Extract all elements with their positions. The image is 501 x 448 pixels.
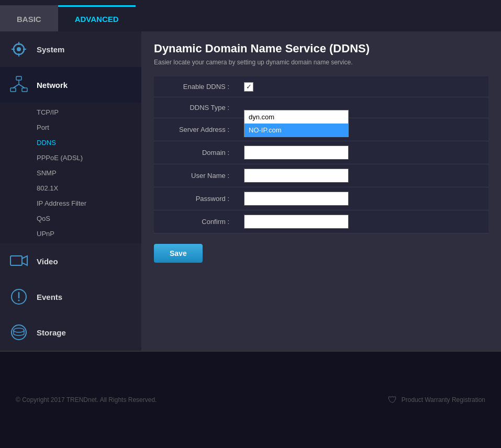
submenu-qos[interactable]: QoS	[31, 211, 141, 226]
username-label: User Name :	[154, 164, 238, 187]
domain-label: Domain :	[154, 141, 238, 164]
sidebar-video-label: Video	[37, 257, 58, 266]
domain-row: Domain :	[154, 141, 488, 164]
sidebar-network-label: Network	[37, 81, 68, 89]
svg-line-10	[13, 84, 19, 88]
sidebar-events-label: Events	[37, 293, 62, 301]
events-icon	[8, 286, 29, 307]
ddns-option-dyn[interactable]: dyn.com	[244, 110, 348, 124]
password-row: Password :	[154, 187, 488, 210]
enable-ddns-field	[238, 76, 488, 97]
ddns-option-noip[interactable]: NO-IP.com	[244, 124, 348, 137]
svg-rect-12	[10, 256, 22, 265]
ddns-type-dropdown-list: dyn.com NO-IP.com	[244, 110, 349, 137]
warranty-label: Product Warranty Registration	[402, 396, 485, 404]
page-title: Dynamic Domain Name Service (DDNS)	[154, 42, 488, 55]
password-field	[238, 187, 488, 210]
shield-icon: 🛡	[388, 395, 397, 406]
footer: © Copyright 2017 TRENDnet. All Rights Re…	[0, 351, 501, 448]
server-address-label: Server Address :	[154, 118, 238, 141]
sidebar-item-events[interactable]: Events	[0, 279, 141, 315]
submenu-tcpip[interactable]: TCP/IP	[31, 105, 141, 120]
submenu-pppoe[interactable]: PPPoE (ADSL)	[31, 150, 141, 165]
password-input[interactable]	[244, 192, 349, 206]
ddns-form: Enable DDNS : DDNS Type : dyn.com NO-IP.…	[154, 76, 488, 233]
tab-advanced-label: ADVANCED	[75, 15, 119, 24]
sidebar-item-system[interactable]: System	[0, 31, 141, 67]
main-content: Dynamic Domain Name Service (DDNS) Easie…	[141, 31, 501, 351]
username-input[interactable]	[244, 169, 349, 183]
submenu-upnp[interactable]: UPnP	[31, 226, 141, 241]
submenu-ipfilter[interactable]: IP Address Filter	[31, 196, 141, 211]
confirm-field	[238, 210, 488, 233]
domain-input[interactable]	[244, 145, 349, 160]
ddns-type-label: DDNS Type :	[154, 97, 238, 118]
svg-marker-13	[22, 256, 27, 265]
network-icon	[8, 74, 29, 95]
ddns-type-field: dyn.com NO-IP.com	[238, 97, 488, 118]
storage-icon	[8, 322, 29, 343]
sidebar-item-storage[interactable]: Storage	[0, 315, 141, 350]
video-icon	[8, 251, 29, 272]
username-field	[238, 164, 488, 187]
footer-warranty-link[interactable]: 🛡 Product Warranty Registration	[388, 395, 485, 406]
password-label: Password :	[154, 187, 238, 210]
submenu-snmp[interactable]: SNMP	[31, 165, 141, 181]
page-subtitle: Easier locate your camera by setting up …	[154, 59, 488, 66]
svg-point-16	[18, 300, 20, 301]
svg-line-11	[19, 84, 25, 88]
sidebar-storage-label: Storage	[37, 328, 66, 337]
submenu-port[interactable]: Port	[31, 120, 141, 135]
save-button[interactable]: Save	[154, 244, 203, 263]
enable-ddns-checkbox[interactable]	[244, 82, 253, 92]
tab-basic[interactable]: BASIC	[0, 5, 58, 31]
submenu-8021x[interactable]: 802.1X	[31, 181, 141, 196]
svg-rect-8	[22, 88, 27, 92]
domain-field	[238, 141, 488, 164]
sidebar-item-video[interactable]: Video	[0, 243, 141, 279]
confirm-input[interactable]	[244, 215, 349, 229]
sidebar-system-label: System	[37, 45, 64, 54]
sidebar-item-network[interactable]: Network	[0, 67, 141, 103]
system-icon	[8, 39, 29, 60]
ddns-type-row: DDNS Type : dyn.com NO-IP.com	[154, 97, 488, 118]
confirm-label: Confirm :	[154, 210, 238, 233]
tab-basic-label: BASIC	[17, 15, 41, 24]
top-tab-bar: BASIC ADVANCED	[0, 0, 501, 31]
svg-rect-7	[10, 88, 16, 92]
tab-advanced[interactable]: ADVANCED	[58, 5, 136, 31]
svg-point-18	[14, 328, 24, 332]
enable-ddns-label: Enable DDNS :	[154, 76, 238, 97]
network-submenu: TCP/IP Port DDNS PPPoE (ADSL) SNMP 802.1…	[0, 103, 141, 243]
submenu-ddns[interactable]: DDNS	[31, 135, 141, 150]
sidebar: System Network TCP/IP	[0, 31, 141, 351]
svg-rect-6	[16, 76, 21, 80]
footer-copyright: © Copyright 2017 TRENDnet. All Rights Re…	[16, 396, 157, 404]
username-row: User Name :	[154, 164, 488, 187]
content-area: System Network TCP/IP	[0, 31, 501, 351]
enable-ddns-row: Enable DDNS :	[154, 76, 488, 97]
confirm-row: Confirm :	[154, 210, 488, 233]
svg-point-1	[17, 47, 21, 51]
